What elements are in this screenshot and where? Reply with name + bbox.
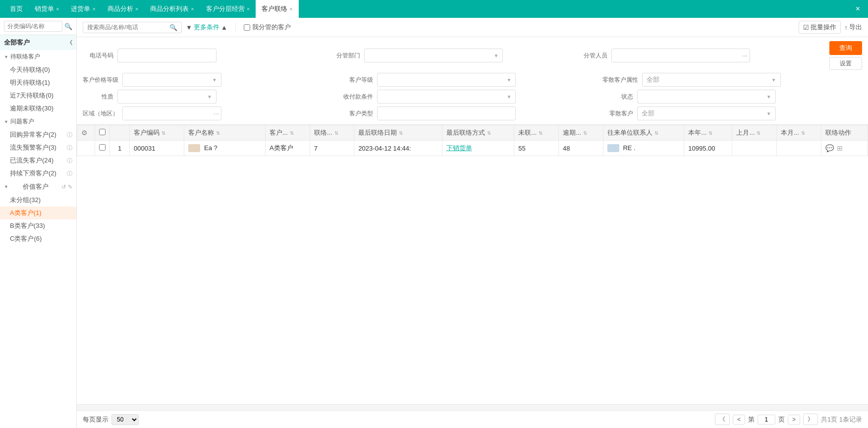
th-type-sort[interactable]: ⇅ <box>290 130 294 136</box>
export-btn[interactable]: ↑ 导出 <box>845 23 863 32</box>
my-customers-checkbox[interactable] <box>244 24 250 31</box>
nav-purchase-close[interactable]: × <box>92 6 95 12</box>
table-settings-icon[interactable]: ⚙ <box>81 129 88 137</box>
nav-home[interactable]: 首页 <box>4 0 29 18</box>
prev-page-btn[interactable]: < <box>733 415 745 425</box>
th-last-date-sort[interactable]: ⇅ <box>399 130 403 136</box>
sidebar-item-c-class[interactable]: C类客户(6) <box>0 232 76 245</box>
sidebar-all-customers[interactable]: 全部客户 《 <box>0 35 76 50</box>
th-this-month-sort[interactable]: ⇅ <box>801 130 805 136</box>
filter-more-btn[interactable]: ▼ 更多条件 ▲ <box>186 23 227 32</box>
th-code-sort[interactable]: ⇅ <box>162 130 165 136</box>
my-customers-checkbox-area[interactable]: 我分管的客户 <box>244 23 291 32</box>
retail-customer-select[interactable]: 全部 ▼ <box>637 107 776 120</box>
field-customer-level: 客户等级 ▼ <box>342 73 602 87</box>
sidebar-item-today[interactable]: 今天待联络(0) <box>0 63 76 76</box>
filter-search-icon[interactable]: 🔍 <box>169 24 177 31</box>
sidebar-item-declining[interactable]: 持续下滑客户(2) ⓘ <box>0 167 76 180</box>
horizontal-scrollbar[interactable] <box>77 404 868 410</box>
th-this-year-sort[interactable]: ⇅ <box>708 130 712 136</box>
nav-sales[interactable]: 销货单 × <box>29 0 65 18</box>
page-input[interactable] <box>758 415 775 425</box>
manager-dots-btn[interactable]: ··· <box>740 52 750 59</box>
nav-customer-segment-label: 客户分层经营 <box>206 4 245 13</box>
td-overdue: 48 <box>559 141 603 156</box>
phone-input[interactable] <box>117 49 217 62</box>
th-last-method-sort[interactable]: ⇅ <box>487 130 491 136</box>
nav-analysis-list[interactable]: 商品分析列表 × <box>144 0 200 18</box>
th-contact-label: 联络... <box>314 128 332 137</box>
nav-customer-contact[interactable]: 客户联络 × <box>256 0 298 18</box>
sidebar-search-icon[interactable]: 🔍 <box>64 23 72 30</box>
value-refresh-icon[interactable]: ↺ <box>61 184 66 190</box>
price-level-select[interactable]: ▼ <box>122 73 221 87</box>
th-last-month-sort[interactable]: ⇅ <box>757 130 760 136</box>
sidebar-item-b-class[interactable]: B类客户(33) <box>0 219 76 232</box>
filter-search-box[interactable]: 🔍 <box>83 22 182 33</box>
th-contact-sort[interactable]: ⇅ <box>334 130 338 136</box>
th-code: 客户编码 ⇅ <box>130 125 184 141</box>
sidebar-item-7days[interactable]: 近7天待联络(0) <box>0 89 76 102</box>
customer-type-input[interactable] <box>377 107 516 120</box>
region-input-area[interactable]: ··· <box>122 107 221 120</box>
query-btn[interactable]: 查询 <box>829 41 862 55</box>
filter-search-input[interactable] <box>87 24 169 31</box>
nav-analysis[interactable]: 商品分析 × <box>102 0 144 18</box>
sidebar-section-value[interactable]: 价值客户 ↺ ✎ <box>0 180 76 194</box>
th-overdue-sort[interactable]: ⇅ <box>583 130 587 136</box>
nav-analysis-list-close[interactable]: × <box>191 6 194 12</box>
page-size-select[interactable]: 20 50 100 200 <box>111 414 139 425</box>
query-btn-group: 查询 设置 <box>829 41 862 70</box>
grid-action-icon[interactable]: ⊞ <box>837 144 843 152</box>
customer-level-select[interactable]: ▼ <box>377 73 516 87</box>
value-edit-icon[interactable]: ✎ <box>68 184 72 190</box>
th-unit-contact-sort[interactable]: ⇅ <box>654 130 658 136</box>
manager-input-area[interactable]: ··· <box>611 49 750 62</box>
nav-sales-close[interactable]: × <box>56 6 59 12</box>
th-name: 客户名称 ⇅ <box>184 125 266 141</box>
first-page-btn[interactable]: 《 <box>715 414 730 425</box>
action-icons-group: 💬 ⊞ <box>825 144 864 152</box>
comment-action-icon[interactable]: 💬 <box>825 144 834 152</box>
th-no-contact-sort[interactable]: ⇅ <box>539 130 542 136</box>
sidebar-item-tomorrow[interactable]: 明天待联络(1) <box>0 76 76 89</box>
last-page-btn[interactable]: 》 <box>803 414 818 425</box>
nav-analysis-close[interactable]: × <box>135 6 138 12</box>
td-contact-count: 7 <box>310 141 354 156</box>
td-this-month <box>777 141 821 156</box>
window-close-btn[interactable]: × <box>852 4 864 13</box>
next-page-btn[interactable]: > <box>788 415 800 425</box>
sidebar-item-repurchase-abnormal[interactable]: 回购异常客户(2) ⓘ <box>0 128 76 141</box>
th-name-sort[interactable]: ⇅ <box>216 130 220 136</box>
select-all-checkbox[interactable] <box>99 129 106 135</box>
status-select[interactable]: ▼ <box>637 90 776 104</box>
batch-op-btn[interactable]: ☑ 批量操作 <box>799 21 841 34</box>
sidebar-item-a-class[interactable]: A类客户(1) <box>0 207 76 219</box>
region-dots-btn[interactable]: ··· <box>211 109 221 117</box>
sidebar-collapse-icon[interactable]: 《 <box>67 39 72 47</box>
region-input[interactable] <box>123 110 211 117</box>
sidebar-section-problem[interactable]: 问题客户 <box>0 115 76 128</box>
nav-analysis-label: 商品分析 <box>108 4 133 13</box>
nav-customer-segment-close[interactable]: × <box>247 6 250 12</box>
nature-select[interactable]: ▼ <box>117 90 217 104</box>
filter-row-3: 性质 ▼ 收付款条件 ▼ 状态 <box>83 90 862 104</box>
row-checkbox[interactable] <box>99 144 106 151</box>
sidebar-item-overdue[interactable]: 逾期未联络(30) <box>0 102 76 115</box>
settings-btn[interactable]: 设置 <box>829 57 862 70</box>
manager-input[interactable] <box>612 52 740 59</box>
sidebar-search-input[interactable] <box>4 21 62 32</box>
sidebar-item-unclassified[interactable]: 未分组(32) <box>0 194 76 207</box>
td-this-year: 10995.00 <box>684 141 732 156</box>
payment-select[interactable]: ▼ <box>377 90 516 104</box>
customer-avatar <box>188 144 200 152</box>
nav-purchase[interactable]: 进货单 × <box>65 0 101 18</box>
sidebar-item-churn-warning[interactable]: 流失预警客户(3) ⓘ <box>0 141 76 154</box>
nav-customer-contact-close[interactable]: × <box>289 6 292 12</box>
sidebar-section-pending[interactable]: 待联络客户 <box>0 50 76 63</box>
retail-attr-select[interactable]: 全部 ▼ <box>642 73 781 87</box>
nav-customer-segment[interactable]: 客户分层经营 × <box>200 0 256 18</box>
dept-select[interactable]: ▼ <box>364 49 503 62</box>
sidebar-item-churned[interactable]: 已流失客户(24) ⓘ <box>0 154 76 167</box>
last-method-link[interactable]: 下销货单 <box>446 144 472 152</box>
